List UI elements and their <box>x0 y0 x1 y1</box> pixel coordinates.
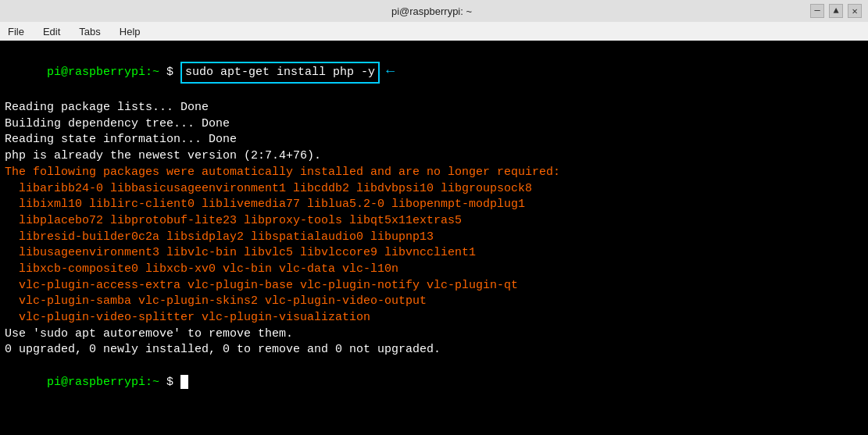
menu-edit[interactable]: Edit <box>38 24 65 39</box>
prompt-user: pi@raspberrypi: <box>47 66 152 79</box>
titlebar: pi@raspberrypi: ~ — ▲ ✕ <box>0 0 868 22</box>
menu-help[interactable]: Help <box>115 24 145 39</box>
output-line-14: vlc-plugin-video-splitter vlc-plugin-vis… <box>5 310 863 326</box>
output-line-9: libresid-builder0c2a libsidplay2 libspat… <box>5 230 863 246</box>
terminal-window: pi@raspberrypi: ~ — ▲ ✕ File Edit Tabs H… <box>0 0 868 435</box>
maximize-button[interactable]: ▲ <box>829 4 843 18</box>
terminal-body[interactable]: pi@raspberrypi:~ $ sudo apt-get install … <box>0 41 868 435</box>
menu-file[interactable]: File <box>3 24 29 39</box>
output-line-7: libixml10 liblirc-client0 liblivemedia77… <box>5 197 863 213</box>
arrow-icon: ← <box>386 62 395 81</box>
output-line-16: 0 upgraded, 0 newly installed, 0 to remo… <box>5 342 863 358</box>
output-line-5: The following packages were automaticall… <box>5 165 863 181</box>
output-line-10: libusageenvironment3 libvlc-bin libvlc5 … <box>5 245 863 262</box>
command-text: sudo apt-get install php -y <box>185 66 375 79</box>
cursor-blink <box>180 375 188 389</box>
final-prompt-line: pi@raspberrypi:~ $ <box>5 358 863 407</box>
command-box: sudo apt-get install php -y <box>180 62 380 84</box>
output-line-15: Use 'sudo apt autoremove' to remove them… <box>5 326 863 343</box>
window-controls: — ▲ ✕ <box>810 4 862 18</box>
close-button[interactable]: ✕ <box>848 4 862 18</box>
final-prompt-tilde: ~ <box>152 376 159 389</box>
command-line: pi@raspberrypi:~ $ sudo apt-get install … <box>5 45 863 100</box>
menubar: File Edit Tabs Help <box>0 22 868 41</box>
final-prompt-dollar: $ <box>159 376 180 389</box>
output-line-11: libxcb-composite0 libxcb-xv0 vlc-bin vlc… <box>5 262 863 278</box>
output-line-2: Building dependency tree... Done <box>5 116 863 133</box>
output-line-6: libaribb24-0 libbasicusageenvironment1 l… <box>5 181 863 198</box>
prompt-dollar: $ <box>159 66 180 79</box>
menu-tabs[interactable]: Tabs <box>74 24 105 39</box>
final-prompt-user: pi@raspberrypi: <box>47 376 152 389</box>
output-line-1: Reading package lists... Done <box>5 100 863 116</box>
output-line-8: libplacebo72 libprotobuf-lite23 libproxy… <box>5 213 863 230</box>
output-line-13: vlc-plugin-samba vlc-plugin-skins2 vlc-p… <box>5 294 863 310</box>
output-line-12: vlc-plugin-access-extra vlc-plugin-base … <box>5 278 863 294</box>
window-title: pi@raspberrypi: ~ <box>53 5 810 17</box>
output-line-4: php is already the newest version (2:7.4… <box>5 148 863 165</box>
minimize-button[interactable]: — <box>810 4 824 18</box>
prompt-tilde: ~ <box>152 66 159 79</box>
output-line-3: Reading state information... Done <box>5 132 863 148</box>
